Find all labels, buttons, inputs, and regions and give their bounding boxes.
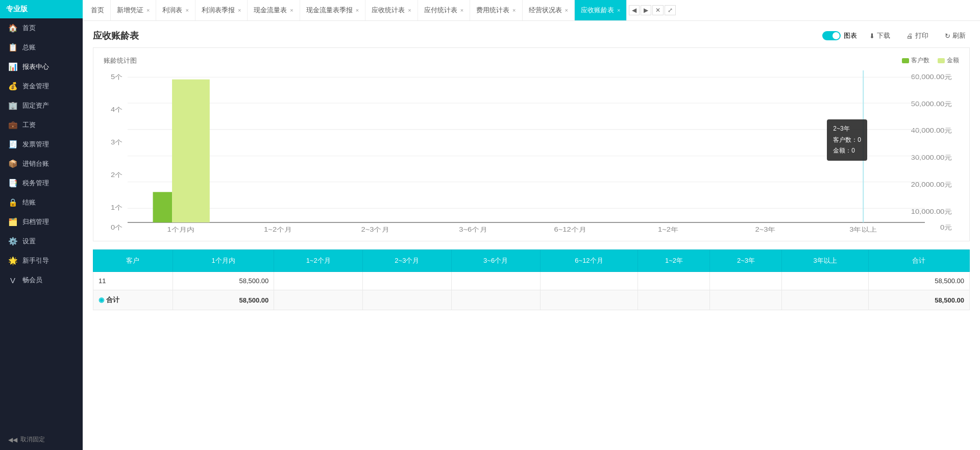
table-cell — [540, 272, 638, 290]
tab-close-ar_aging[interactable]: × — [617, 7, 620, 13]
sidebar-label-close: 结账 — [22, 198, 36, 207]
unpin-label: 取消固定 — [20, 435, 45, 444]
tab-label-profit_quarter: 利润表季报 — [202, 6, 235, 15]
legend-customer: 客户数 — [902, 56, 929, 65]
col-header: 合计 — [868, 250, 969, 272]
tab-close-ap_stat[interactable]: × — [460, 7, 463, 13]
tab-expand-button[interactable]: ⤢ — [665, 5, 676, 15]
svg-text:1个月内: 1个月内 — [167, 226, 194, 233]
svg-text:30,000.00元: 30,000.00元 — [911, 155, 952, 161]
print-label: 打印 — [915, 31, 928, 40]
sidebar-item-guide[interactable]: 🌟新手引导 — [0, 251, 83, 270]
total-cell — [710, 290, 782, 310]
sidebar: 专业版 🏠首页📋总账📊报表中心💰资金管理🏢固定资产💼工资🧾发票管理📦进销台账📑税… — [0, 0, 83, 450]
total-cell — [274, 290, 363, 310]
tab-close-voucher[interactable]: × — [146, 7, 150, 13]
tab-close-ar_stat[interactable]: × — [408, 7, 411, 13]
sidebar-item-purchase[interactable]: 📦进销台账 — [0, 154, 83, 173]
sidebar-icon-member: V — [8, 276, 17, 285]
tab-ap_stat[interactable]: 应付统计表× — [418, 0, 470, 20]
table-body: 1158,500.0058,500.00◉合计58,500.0058,500.0… — [93, 272, 970, 310]
svg-text:2个: 2个 — [111, 171, 122, 178]
svg-text:0个: 0个 — [111, 224, 122, 231]
sidebar-label-archive: 归档管理 — [22, 217, 49, 227]
col-header: 3年以上 — [782, 250, 868, 272]
tab-ar_stat[interactable]: 应收统计表× — [365, 0, 418, 20]
page-content: 应收账龄表 图表 ⬇ 下载 🖨 打印 ↻ 刷新 — [83, 21, 980, 450]
legend-green-dot — [902, 58, 909, 63]
sidebar-icon-settings: ⚙️ — [8, 237, 17, 246]
col-header: 3~6个月 — [451, 250, 540, 272]
sidebar-nav: 🏠首页📋总账📊报表中心💰资金管理🏢固定资产💼工资🧾发票管理📦进销台账📑税务管理🔒… — [0, 18, 83, 429]
sidebar-item-salary[interactable]: 💼工资 — [0, 115, 83, 135]
svg-text:3~6个月: 3~6个月 — [459, 226, 487, 233]
tab-ar_aging[interactable]: 应收账龄表× — [575, 0, 627, 20]
tab-profit_quarter[interactable]: 利润表季报× — [195, 0, 248, 20]
sidebar-item-invoice[interactable]: 🧾发票管理 — [0, 135, 83, 154]
col-header: 1~2年 — [638, 250, 710, 272]
data-table-wrap: 客户1个月内1~2个月2~3个月3~6个月6~12个月1~2年2~3年3年以上合… — [93, 249, 970, 310]
tab-close-profit_quarter[interactable]: × — [238, 7, 241, 13]
sidebar-item-ledger[interactable]: 📋总账 — [0, 38, 83, 57]
legend-light-dot — [938, 58, 945, 63]
aging-table: 客户1个月内1~2个月2~3个月3~6个月6~12个月1~2年2~3年3年以上合… — [93, 249, 970, 310]
sidebar-item-close[interactable]: 🔒结账 — [0, 193, 83, 212]
table-cell — [710, 272, 782, 290]
tab-voucher[interactable]: 新增凭证× — [111, 0, 156, 20]
svg-text:20,000.00元: 20,000.00元 — [911, 182, 952, 188]
chart-toggle[interactable] — [822, 31, 841, 40]
tab-biz_status[interactable]: 经营状况表× — [523, 0, 575, 20]
sidebar-label-funds: 资金管理 — [22, 82, 49, 91]
tab-close-cashflow[interactable]: × — [290, 7, 293, 13]
tab-close-all-button[interactable]: ✕ — [652, 5, 664, 15]
tab-home[interactable]: 首页 — [85, 0, 111, 20]
tab-cashflow_quarter[interactable]: 现金流量表季报× — [300, 0, 365, 20]
tab-close-cashflow_quarter[interactable]: × — [356, 7, 359, 13]
col-header: 2~3年 — [710, 250, 782, 272]
print-icon: 🖨 — [906, 32, 913, 40]
print-button[interactable]: 🖨 打印 — [902, 29, 933, 42]
legend-amount: 金额 — [938, 56, 959, 65]
refresh-button[interactable]: ↻ 刷新 — [941, 29, 970, 42]
app-logo: 专业版 — [0, 0, 83, 18]
col-header: 2~3个月 — [363, 250, 452, 272]
sidebar-icon-reports: 📊 — [8, 62, 17, 71]
table-row: 1158,500.0058,500.00 — [93, 272, 970, 290]
chart-title: 账龄统计图 — [104, 56, 959, 65]
sidebar-label-member: 畅会员 — [22, 276, 42, 285]
tab-cashflow[interactable]: 现金流量表× — [248, 0, 300, 20]
tab-close-biz_status[interactable]: × — [565, 7, 568, 13]
tab-close-expense[interactable]: × — [512, 7, 516, 13]
download-label: 下载 — [877, 31, 890, 40]
tab-next-button[interactable]: ▶ — [641, 5, 651, 15]
sidebar-item-archive[interactable]: 🗂️归档管理 — [0, 212, 83, 232]
sidebar-icon-guide: 🌟 — [8, 256, 17, 265]
svg-text:2~3个月: 2~3个月 — [361, 226, 390, 233]
sidebar-icon-close: 🔒 — [8, 198, 17, 207]
svg-text:4个: 4个 — [111, 106, 122, 113]
tab-expense[interactable]: 费用统计表× — [470, 0, 522, 20]
sidebar-item-assets[interactable]: 🏢固定资产 — [0, 96, 83, 115]
tab-label-cashflow_quarter: 现金流量表季报 — [306, 6, 353, 15]
sidebar-item-funds[interactable]: 💰资金管理 — [0, 77, 83, 96]
table-cell — [274, 272, 363, 290]
sidebar-icon-ledger: 📋 — [8, 43, 17, 52]
sidebar-item-tax[interactable]: 📑税务管理 — [0, 173, 83, 193]
sidebar-item-home[interactable]: 🏠首页 — [0, 18, 83, 38]
page-header: 应收账龄表 图表 ⬇ 下载 🖨 打印 ↻ 刷新 — [83, 21, 980, 47]
sidebar-label-invoice: 发票管理 — [22, 140, 49, 149]
total-cell: 58,500.00 — [173, 290, 274, 310]
sidebar-item-member[interactable]: V畅会员 — [0, 270, 83, 290]
tab-close-profit[interactable]: × — [185, 7, 188, 13]
sidebar-item-settings[interactable]: ⚙️设置 — [0, 232, 83, 251]
table-cell — [363, 272, 452, 290]
unpin-icon: ◀◀ — [8, 436, 17, 443]
unpin-button[interactable]: ◀◀ 取消固定 — [0, 429, 83, 450]
tab-prev-button[interactable]: ◀ — [629, 5, 640, 15]
download-button[interactable]: ⬇ 下载 — [865, 29, 894, 42]
sidebar-label-assets: 固定资产 — [22, 101, 49, 110]
total-cell — [451, 290, 540, 310]
sidebar-item-reports[interactable]: 📊报表中心 — [0, 57, 83, 77]
total-cell — [782, 290, 868, 310]
tab-profit[interactable]: 利润表× — [156, 0, 195, 20]
